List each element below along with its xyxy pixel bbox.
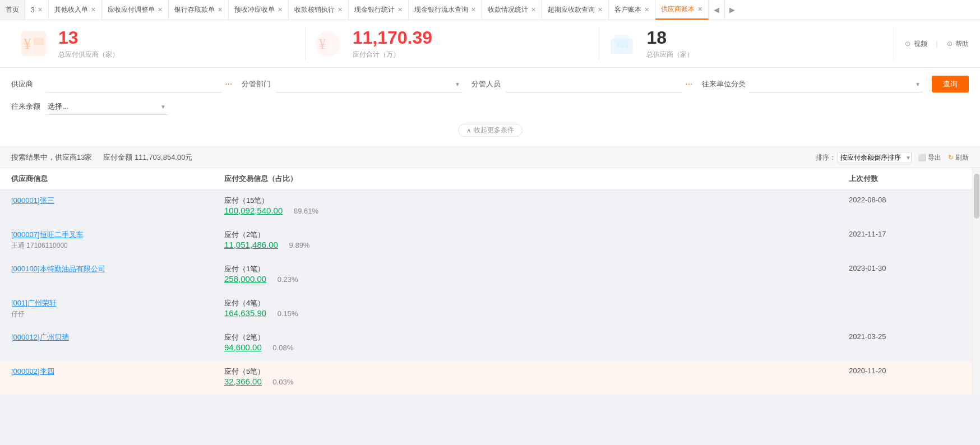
payable-supplier-label: 总应付供应商（家） [58,50,119,59]
supplier-link-5[interactable]: [000012]广州贝瑞 [11,332,224,342]
tx-percent-1: 89.61% [294,207,318,215]
nav-tab-ar-ap-adjust[interactable]: 应收应付调整单 ✕ [102,0,169,20]
supplier-more-icon[interactable]: ··· [225,79,232,89]
result-info: 搜索结果中，供应商13家 应付金额 111,703,854.00元 [11,152,192,163]
filter-balance: 往来余额 选择... ▼ [11,98,168,115]
filter-unit-class: 往来单位分类 ▼ [702,76,923,92]
tx-amount-5[interactable]: 94,600.00 [224,342,262,352]
col-header-supplier: 供应商信息 [11,174,224,184]
summary-card-total-suppliers: 18 总供应商（家） [599,27,894,61]
collapse-button[interactable]: ∧ 收起更多条件 [458,124,523,137]
transaction-info-1: 应付（15笔） 100,092,540.00 89.61% [224,196,849,215]
total-supplier-icon [605,27,639,61]
close-icon[interactable]: ✕ [158,6,163,13]
table-main: 供应商信息 应付交易信息（占比） 上次付数 [000001]张三 应付（15笔）… [0,168,972,395]
transaction-info-4: 应付（4笔） 164,635.90 0.15% [224,298,849,318]
dept-select-wrap: ▼ [276,76,463,92]
tx-percent-4: 0.15% [278,309,298,318]
supplier-link-3[interactable]: [000100]本特勤油品有限公司 [11,264,224,274]
video-link[interactable]: ⊙ 视频 [905,39,927,49]
tx-amount-4[interactable]: 164,635.90 [224,308,266,318]
nav-tab-other-income[interactable]: 其他收入单 ✕ [49,0,102,20]
chevron-up-icon: ∧ [466,127,471,135]
table-row: [000007]恒旺二手叉车 王通 17106110000 应付（2笔） 11,… [0,224,972,258]
tx-amount-2[interactable]: 11,051,486.00 [224,240,278,249]
close-icon[interactable]: ✕ [397,6,403,13]
result-bar: 搜索结果中，供应商13家 应付金额 111,703,854.00元 排序： 按应… [0,147,980,168]
nav-next-arrow[interactable]: ▶ [724,0,740,20]
result-actions: 排序： 按应付余额倒序排序 ▼ ⬜ 导出 ↻ 刷新 [816,152,969,163]
nav-tab-cash-bank-flow[interactable]: 现金银行流水查询 ✕ [409,0,482,20]
unit-class-select-wrap: ▼ [749,76,923,92]
tx-label-1: 应付（15笔） [224,196,849,206]
nav-prev-arrow[interactable]: ◀ [709,0,724,20]
lastpay-1: 2022-08-08 [849,196,961,204]
nav-tab-prepay-offset[interactable]: 预收冲应收单 ✕ [229,0,289,20]
sort-label: 排序： 按应付余额倒序排序 ▼ [816,152,911,163]
total-supplier-label: 总供应商（家） [646,50,694,59]
refresh-button[interactable]: ↻ 刷新 [948,153,969,163]
sort-select[interactable]: 按应付余额倒序排序 [838,152,912,163]
close-icon[interactable]: ✕ [471,6,476,13]
query-button[interactable]: 查询 [932,76,969,92]
tx-amount-1[interactable]: 100,092,540.00 [224,206,283,215]
svg-rect-8 [621,44,624,48]
supplier-sub-4: 仔仔 [11,309,224,319]
lastpay-6: 2020-11-20 [849,367,961,375]
balance-filter-select[interactable]: 选择... [45,98,168,115]
person-more-icon[interactable]: ··· [685,79,692,89]
tx-percent-2: 9.89% [289,241,310,249]
scrollbar-thumb[interactable] [974,174,979,219]
supplier-link-2[interactable]: [000007]恒旺二手叉车 [11,230,224,240]
tx-amount-6[interactable]: 32,366.00 [224,377,262,386]
tx-label-4: 应付（4笔） [224,298,849,308]
svg-rect-9 [625,44,628,48]
export-button[interactable]: ⬜ 导出 [918,153,941,163]
nav-tab-home[interactable]: 首页 [0,0,25,20]
close-icon[interactable]: ✕ [38,6,43,13]
nav-tab-3[interactable]: 3 ✕ [25,0,49,20]
svg-text:¥: ¥ [24,35,31,52]
unit-class-label: 往来单位分类 [702,79,746,89]
close-icon[interactable]: ✕ [218,6,223,13]
supplier-info-2: [000007]恒旺二手叉车 王通 17106110000 [11,230,224,251]
tx-amount-3[interactable]: 258,000.00 [224,274,266,284]
nav-tab-supplier-ledger[interactable]: 供应商账本 ✕ [655,0,709,20]
nav-tab-cash-bank-stat[interactable]: 现金银行统计 ✕ [349,0,409,20]
close-icon[interactable]: ✕ [598,6,603,13]
summary-actions: ⊙ 视频 | ⊙ 帮助 [894,39,969,49]
svg-rect-6 [615,35,629,44]
unit-class-select[interactable] [749,76,923,92]
total-supplier-count: 18 [646,28,694,48]
close-icon[interactable]: ✕ [91,6,96,13]
supplier-link-1[interactable]: [000001]张三 [11,196,224,206]
table-row: [000012]广州贝瑞 应付（2笔） 94,600.00 0.08% 2021… [0,327,972,361]
table-row: [000100]本特勤油品有限公司 应付（1笔） 258,000.00 0.23… [0,258,972,293]
tx-label-5: 应付（2笔） [224,332,849,342]
table-row: [001]广州荣轩 仔仔 应付（4笔） 164,635.90 0.15% [0,293,972,327]
supplier-count-text: 搜索结果中，供应商13家 [11,152,92,163]
supplier-payable-icon: ¥ [17,27,50,61]
svg-text:¥: ¥ [319,36,326,52]
close-icon[interactable]: ✕ [338,6,343,13]
supplier-link-4[interactable]: [001]广州荣轩 [11,298,224,308]
close-icon[interactable]: ✕ [644,6,649,13]
total-payable-icon: ¥ [311,27,345,61]
close-icon[interactable]: ✕ [697,6,702,13]
table-scrollbar[interactable] [972,168,980,395]
nav-tab-overdue-ar[interactable]: 超期应收款查询 ✕ [542,0,609,20]
supplier-link-6[interactable]: [000002]李四 [11,367,224,377]
nav-tab-payment-verify[interactable]: 收款核销执行 ✕ [289,0,349,20]
supplier-filter-input[interactable] [45,76,221,92]
transaction-info-3: 应付（1笔） 258,000.00 0.23% [224,264,849,284]
person-filter-input[interactable] [506,76,682,92]
nav-tab-customer-ledger[interactable]: 客户账本 ✕ [609,0,655,20]
filter-row-1: 供应商 ··· 分管部门 ▼ 分管人员 ··· 往来单位分类 [11,76,969,92]
nav-tab-receipt-stat[interactable]: 收款情况统计 ✕ [482,0,542,20]
nav-tab-bank-deposit[interactable]: 银行存取款单 ✕ [169,0,229,20]
close-icon[interactable]: ✕ [531,6,536,13]
filter-row-2: 往来余额 选择... ▼ [11,98,969,115]
help-link[interactable]: ⊙ 帮助 [947,39,969,49]
close-icon[interactable]: ✕ [278,6,283,13]
dept-filter-select[interactable] [276,76,463,92]
